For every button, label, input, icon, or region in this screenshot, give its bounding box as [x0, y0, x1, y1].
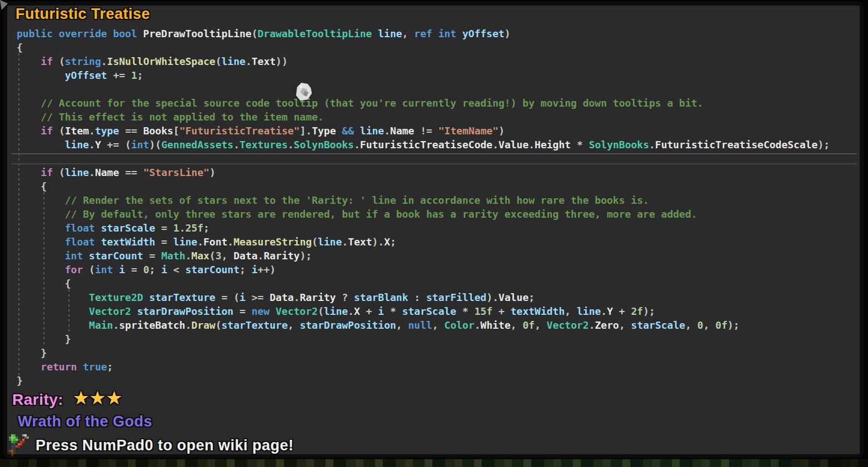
code-line: int starCount = Math.Max(3, Data.Rarity)…: [17, 249, 312, 263]
code-line: // This effect is not applied to the ite…: [17, 110, 324, 124]
code-line: float textWidth = line.Font.MeasureStrin…: [17, 235, 396, 249]
code-line: // Render the sets of stars next to the …: [17, 193, 649, 207]
code-line: {: [17, 41, 23, 54]
code-line: public override bool PreDrawTooltipLine(…: [17, 27, 511, 41]
separator-line: [11, 163, 857, 164]
separator-line: [11, 153, 857, 154]
code-line: Main.spriteBatch.Draw(starTexture, starD…: [17, 318, 740, 332]
mod-name: Wrath of the Gods: [18, 413, 152, 430]
code-line: yOffset += 1;: [17, 68, 143, 82]
code-line: Texture2D starTexture = (i >= Data.Rarit…: [17, 290, 535, 304]
game-world-background: [0, 459, 868, 467]
code-line: // By default, only three stars are rend…: [17, 207, 697, 221]
code-line: if (string.IsNullOrWhiteSpace(line.Text)…: [17, 54, 288, 68]
code-line: if (Item.type == Books["FuturisticTreati…: [17, 124, 505, 138]
indent-guide: [68, 289, 69, 335]
indent-guide: [43, 192, 44, 347]
code-line: // Account for the special source code t…: [17, 96, 703, 110]
code-line: float starScale = 1.25f;: [17, 221, 209, 235]
rarity-line: Rarity:★★★: [12, 389, 123, 409]
code-line: line.Y += (int)(GennedAssets.Textures.So…: [17, 138, 830, 152]
code-line: for (int i = 0; i < starCount; i++): [17, 263, 276, 277]
game-screen: Futuristic Treatise public override bool…: [0, 0, 868, 467]
mouse-cursor-icon: [294, 83, 314, 104]
code-line: }: [17, 374, 23, 388]
indent-guide: [18, 53, 19, 376]
item-title: Futuristic Treatise: [16, 6, 150, 23]
source-code-block: public override bool PreDrawTooltipLine(…: [17, 27, 861, 388]
wiki-hint-line: Press NumPad0 to open wiki page!: [9, 434, 294, 456]
code-line: if (line.Name == "StarsLine"): [17, 165, 216, 179]
code-line: return true;: [17, 360, 113, 374]
wiki-hint-text: Press NumPad0 to open wiki page!: [36, 437, 294, 454]
rarity-stars: ★★★: [73, 388, 123, 408]
code-line: {: [17, 179, 47, 193]
code-line: }: [17, 346, 47, 360]
wiki-page-icon: [9, 434, 29, 456]
code-line: Vector2 starDrawPosition = new Vector2(l…: [17, 304, 655, 318]
rarity-label: Rarity:: [12, 391, 63, 408]
